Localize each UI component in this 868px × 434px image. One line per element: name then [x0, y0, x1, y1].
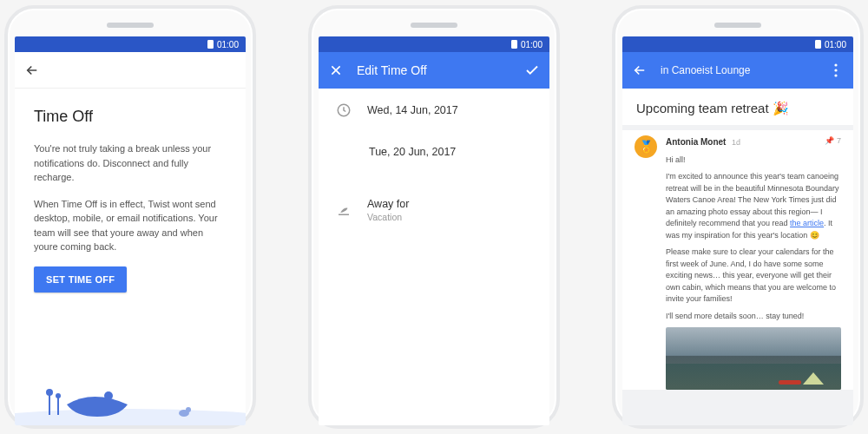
app-bar: in Canoeist Lounge: [622, 52, 853, 89]
battery-icon: [207, 40, 214, 49]
pin-count[interactable]: 📌 7: [825, 135, 841, 148]
back-icon[interactable]: [23, 62, 41, 79]
status-time: 01:00: [825, 40, 846, 49]
end-date-value: Tue, 20 Jun, 2017: [369, 146, 456, 158]
post-para-2: Please make sure to clear your calendars…: [666, 247, 841, 306]
vacation-icon: [336, 202, 352, 218]
screen-time-off-info: 01:00 Time Off You're not truly taking a…: [15, 36, 246, 425]
start-date-row[interactable]: Wed, 14 Jun, 2017: [319, 89, 549, 132]
svg-point-6: [186, 407, 191, 412]
svg-point-10: [834, 74, 837, 76]
app-bar: Edit Time Off: [319, 52, 549, 89]
away-for-value: Vacation: [367, 212, 409, 222]
thread-title: Upcoming team retreat 🎉: [622, 89, 853, 125]
start-date-value: Wed, 14 Jun, 2017: [367, 104, 458, 116]
away-for-row[interactable]: Away for Vacation: [319, 184, 549, 236]
svg-point-0: [104, 391, 113, 400]
tent-shape: [803, 372, 824, 385]
post-para-3: I'll send more details soon… stay tuned!: [666, 311, 841, 323]
clock-icon: [336, 102, 352, 118]
channel-name[interactable]: in Canoeist Lounge: [661, 64, 815, 76]
screen-edit-time-off: 01:00 Edit Time Off Wed, 14 Jun, 2017: [319, 36, 549, 425]
phone-speaker: [107, 23, 154, 28]
avatar[interactable]: 🏅: [635, 135, 657, 158]
end-date-row[interactable]: Tue, 20 Jun, 2017: [319, 132, 549, 172]
content-area: Wed, 14 Jun, 2017 Tue, 20 Jun, 2017 Away…: [319, 89, 549, 425]
phone-speaker: [714, 23, 761, 28]
close-icon[interactable]: [327, 62, 345, 79]
status-bar: 01:00: [622, 36, 853, 52]
phone-frame: 01:00 Time Off You're not truly taking a…: [4, 5, 256, 429]
back-icon[interactable]: [631, 62, 648, 79]
set-time-off-button[interactable]: SET TIME OFF: [34, 266, 127, 293]
post: 🏅 Antonia Monet 1d 📌 7 Hi all! I'm excit…: [622, 130, 853, 390]
phone-frame: 01:00 Edit Time Off Wed, 14 Jun, 2017: [308, 5, 560, 429]
more-icon[interactable]: [827, 62, 845, 79]
away-for-label: Away for: [367, 198, 409, 210]
page-title: Time Off: [34, 108, 227, 126]
status-bar: 01:00: [319, 36, 549, 52]
confirm-icon[interactable]: [523, 62, 541, 79]
appbar-title: Edit Time Off: [357, 63, 511, 77]
svg-point-9: [834, 69, 837, 71]
status-time: 01:00: [521, 40, 542, 49]
post-para-1: I'm excited to announce this year's team…: [666, 171, 841, 241]
post-line-hi: Hi all!: [666, 155, 841, 167]
intro-para-1: You're not truly taking a break unless y…: [34, 141, 227, 185]
svg-point-4: [56, 393, 61, 398]
content-area: Time Off You're not truly taking a break…: [15, 89, 246, 425]
battery-icon: [815, 40, 821, 49]
post-author[interactable]: Antonia Monet: [666, 137, 726, 147]
content-area: Upcoming team retreat 🎉 🏅 Antonia Monet …: [622, 89, 853, 425]
phone-speaker: [411, 23, 457, 28]
svg-point-2: [46, 389, 53, 396]
post-age: 1d: [732, 138, 740, 147]
article-link[interactable]: the article: [790, 219, 824, 227]
intro-para-2: When Time Off is in effect, Twist wont s…: [34, 197, 227, 254]
screen-thread-view: 01:00 in Canoeist Lounge Upcoming team r…: [622, 36, 853, 425]
phone-frame: 01:00 in Canoeist Lounge Upcoming team r…: [612, 5, 864, 429]
app-bar: [15, 52, 246, 89]
relax-illustration: [15, 352, 246, 425]
status-time: 01:00: [217, 40, 239, 49]
status-bar: 01:00: [15, 36, 246, 52]
battery-icon: [511, 40, 517, 49]
kayak-shape: [779, 380, 801, 385]
svg-point-8: [834, 63, 837, 66]
post-image[interactable]: [666, 327, 841, 390]
